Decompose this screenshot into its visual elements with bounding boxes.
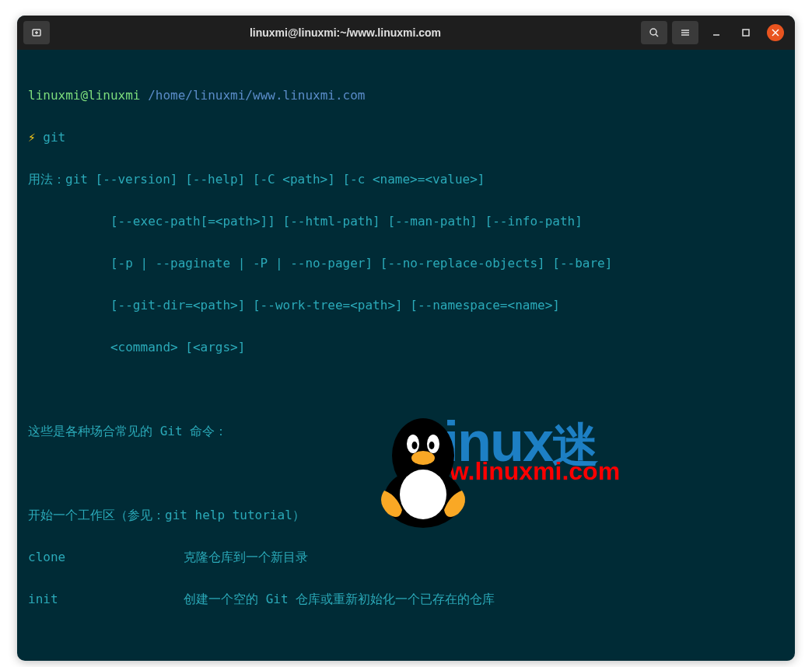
command-input: git: [43, 130, 65, 145]
cmd-name: clone: [28, 547, 184, 567]
svg-point-18: [429, 442, 435, 449]
terminal-content[interactable]: linuxmi@linuxmi /home/linuxmi/www.linuxm…: [17, 50, 795, 661]
close-button[interactable]: [767, 24, 784, 41]
svg-rect-9: [743, 30, 749, 36]
minimize-button[interactable]: [708, 24, 725, 41]
section-title: 开始一个工作区（参见：git help tutorial）: [28, 505, 784, 526]
maximize-button[interactable]: [737, 24, 754, 41]
cmd-desc: 克隆仓库到一个新目录: [184, 547, 308, 567]
cmd-desc: 创建一个空的 Git 仓库或重新初始化一个已存在的仓库: [184, 588, 495, 609]
menu-button[interactable]: [672, 21, 698, 44]
prompt-user: linuxmi@linuxmi: [28, 88, 141, 103]
svg-line-4: [656, 34, 658, 37]
watermark: Linux 迷 www.linuxmi.com: [313, 392, 620, 508]
tux-icon: [313, 392, 414, 508]
terminal-window: linuxmi@linuxmi:~/www.linuxmi.com linuxm…: [17, 16, 795, 661]
new-tab-button[interactable]: [23, 21, 50, 44]
svg-point-17: [412, 442, 418, 449]
window-title: linuxmi@linuxmi:~/www.linuxmi.com: [54, 26, 636, 39]
usage-line: [--exec-path[=<path>]] [--html-path] [--…: [28, 211, 784, 232]
prompt-path: /home/linuxmi/www.linuxmi.com: [148, 88, 365, 103]
cmd-name: init: [28, 588, 184, 609]
search-button[interactable]: [641, 21, 667, 44]
usage-line: [-p | --paginate | -P | --no-pager] [--n…: [28, 253, 784, 274]
section-header: 这些是各种场合常见的 Git 命令：: [28, 421, 784, 442]
usage-line: 用法：git [--version] [--help] [-C <path>] …: [28, 169, 784, 190]
titlebar: linuxmi@linuxmi:~/www.linuxmi.com: [17, 16, 795, 50]
lightning-icon: ⚡: [28, 130, 36, 145]
usage-line: <command> [<args>]: [28, 337, 784, 358]
usage-line: [--git-dir=<path>] [--work-tree=<path>] …: [28, 295, 784, 316]
svg-point-3: [650, 29, 656, 35]
